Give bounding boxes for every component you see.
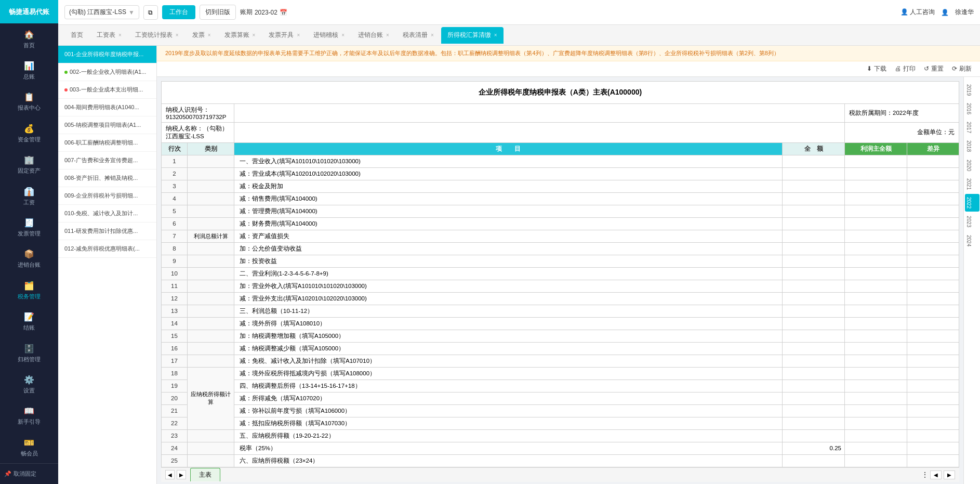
sidebar-item-salary[interactable]: 👔 工资 <box>0 180 58 212</box>
year-2016[interactable]: 2016 <box>965 100 979 117</box>
row-13-val[interactable] <box>783 305 845 317</box>
tab-inout-check[interactable]: 进销稽核 × <box>307 27 351 44</box>
row-2-val[interactable] <box>783 167 845 180</box>
year-2017[interactable]: 2017 <box>965 119 979 136</box>
tab-salary-stats[interactable]: 工资统计报表 × <box>129 27 185 44</box>
row-10-cat <box>188 267 234 280</box>
table-row: 7 利润总额计算 减：资产减值损失 <box>162 230 959 242</box>
row-18-val[interactable] <box>783 367 845 380</box>
form-list-item-009[interactable]: 009-企业所得税补亏损明细... <box>58 187 156 205</box>
tab-invoice[interactable]: 发票 × <box>186 27 217 44</box>
workbench-button[interactable]: 工作台 <box>162 5 195 19</box>
row-22-val[interactable] <box>783 417 845 429</box>
calendar-icon[interactable]: 📅 <box>280 9 287 16</box>
tab-income-tax[interactable]: 所得税汇算清缴 × <box>441 27 504 44</box>
sidebar-item-finance[interactable]: 💰 资金管理 <box>0 118 58 149</box>
form-list-item-005[interactable]: 005-纳税调整项目明细表(A1... <box>58 116 156 134</box>
row-17-val[interactable] <box>783 355 845 367</box>
tab-tax-clear[interactable]: 税表清册 × <box>396 27 440 44</box>
row-7-val[interactable] <box>783 230 845 242</box>
sidebar-item-invoice[interactable]: 🧾 发票管理 <box>0 212 58 243</box>
scroll-left-btn[interactable]: ◀ <box>930 470 942 479</box>
print-button[interactable]: 🖨 打印 <box>895 64 916 73</box>
row-3-val[interactable] <box>783 180 845 192</box>
form-list-item-010[interactable]: 010-免税、减计收入及加计... <box>58 205 156 223</box>
ai-consult-button[interactable]: 👤 人工咨询 <box>900 8 935 17</box>
form-list-item-003[interactable]: 003-一般企业成本支出明细... <box>58 81 156 99</box>
tab-tax-clear-close[interactable]: × <box>431 32 434 38</box>
row-4-val[interactable] <box>783 192 845 205</box>
tab-inout-ledger[interactable]: 进销台账 × <box>352 27 395 44</box>
tab-income-tax-close[interactable]: × <box>494 32 497 38</box>
tab-salary-stats-close[interactable]: × <box>176 32 179 38</box>
tab-invoice-calc-close[interactable]: × <box>253 32 256 38</box>
form-009-label: 009-企业所得税补亏损明细... <box>64 192 138 200</box>
sidebar-item-tax[interactable]: 🗂️ 税务管理 <box>0 275 58 306</box>
sidebar-item-assets[interactable]: 🏢 固定资产 <box>0 149 58 180</box>
row-12-val[interactable] <box>783 292 845 305</box>
company-selector[interactable]: (勾勒) 江西服宝-LSS ▼ <box>64 5 139 19</box>
unpin-button[interactable]: 📌 取消固定 <box>0 463 58 484</box>
sheet-prev-arrow[interactable]: ◀ <box>165 470 175 479</box>
sidebar-item-reports[interactable]: 📋 报表中心 <box>0 86 58 117</box>
year-2018[interactable]: 2018 <box>965 137 979 155</box>
year-2022[interactable]: 2022 <box>965 194 979 212</box>
sheet-tab-main[interactable]: 主表 <box>190 468 220 481</box>
sheet-next-arrow[interactable]: ▶ <box>177 470 186 479</box>
row-20-val[interactable] <box>783 392 845 404</box>
tab-inout-check-close[interactable]: × <box>341 32 345 38</box>
row-24-val[interactable]: 0.25 <box>783 442 845 454</box>
form-list-item-008[interactable]: 008-资产折旧、摊销及纳税... <box>58 169 156 187</box>
row-15-val[interactable] <box>783 330 845 342</box>
row-19-val[interactable] <box>783 380 845 392</box>
row-6-val[interactable] <box>783 217 845 230</box>
tab-inout-ledger-close[interactable]: × <box>386 32 389 38</box>
row-8-val[interactable] <box>783 242 845 255</box>
tab-invoice-open-close[interactable]: × <box>297 32 300 38</box>
row-9-val[interactable] <box>783 255 845 267</box>
sidebar-item-home[interactable]: 🏠 首页 <box>0 23 58 55</box>
row-21-val[interactable] <box>783 404 845 417</box>
sidebar-item-ledger[interactable]: 📊 总账 <box>0 55 58 86</box>
form-list-item-012[interactable]: 012-减免所得税优惠明细表(... <box>58 240 156 258</box>
sidebar-item-guide[interactable]: 📖 新手引导 <box>0 400 58 431</box>
row-24-cat <box>188 442 234 454</box>
download-button[interactable]: ⬇ 下载 <box>867 64 886 73</box>
sidebar-item-settings[interactable]: ⚙️ 设置 <box>0 369 58 400</box>
form-list-item-002[interactable]: 002-一般企业收入明细表(A1... <box>58 63 156 81</box>
refresh-button[interactable]: ⟳ 刷新 <box>952 64 972 73</box>
row-11-val[interactable] <box>783 280 845 292</box>
scroll-right-btn[interactable]: ▶ <box>944 470 955 479</box>
year-2019[interactable]: 2019 <box>965 81 979 99</box>
row-5-val[interactable] <box>783 205 845 217</box>
row-23-val[interactable] <box>783 429 845 442</box>
sidebar-item-archive[interactable]: 🗄️ 归档管理 <box>0 337 58 369</box>
row-10-val[interactable] <box>783 267 845 280</box>
form-list-item-011[interactable]: 011-研发费用加计扣除优惠... <box>58 223 156 240</box>
year-2020[interactable]: 2020 <box>965 156 979 174</box>
form-list-item-004[interactable]: 004-期间费用明细表(A1040... <box>58 99 156 116</box>
tab-invoice-close[interactable]: × <box>208 32 211 38</box>
row-1-val[interactable] <box>783 155 845 167</box>
reset-button[interactable]: ↺ 重置 <box>924 64 944 73</box>
row-14-val[interactable] <box>783 317 845 330</box>
form-list-item-001[interactable]: 001-企业所得税年度纳税申报... <box>58 46 156 63</box>
sidebar-item-inout[interactable]: 📦 进销台账 <box>0 243 58 274</box>
year-2024[interactable]: 2024 <box>965 232 979 250</box>
tab-invoice-calc[interactable]: 发票算账 × <box>218 27 262 44</box>
tab-invoice-open[interactable]: 发票开具 × <box>262 27 306 44</box>
switch-version-button[interactable]: 切到旧版 <box>200 5 236 20</box>
copy-icon-btn[interactable]: ⧉ <box>143 5 158 20</box>
row-12-num: 12 <box>162 292 188 305</box>
tab-home[interactable]: 首页 <box>64 28 89 43</box>
form-list-item-007[interactable]: 007-广告费和业务宣传费超... <box>58 152 156 169</box>
sidebar-item-close[interactable]: 📝 结账 <box>0 306 58 337</box>
form-list-item-006[interactable]: 006-职工薪酬纳税调整明细... <box>58 134 156 152</box>
year-2023[interactable]: 2023 <box>965 213 979 230</box>
sidebar-item-member[interactable]: 🎫 畅会员 <box>0 432 58 463</box>
tab-salary[interactable]: 工资表 × <box>90 27 128 44</box>
row-25-val[interactable] <box>783 454 845 467</box>
year-2021[interactable]: 2021 <box>965 175 979 193</box>
row-16-val[interactable] <box>783 342 845 355</box>
tab-salary-close[interactable]: × <box>118 32 122 38</box>
